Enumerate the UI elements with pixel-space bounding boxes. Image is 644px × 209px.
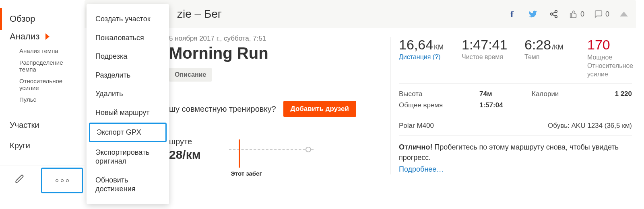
row-elapsed-key: Общее время — [399, 101, 443, 109]
shoes-label: Обувь: AKU 1234 (36,5 км) — [548, 122, 632, 130]
axis-label: Этот забег — [224, 170, 268, 177]
chevron-right-icon — [43, 33, 52, 41]
kudos-button[interactable]: 0 — [564, 10, 589, 18]
comments-button[interactable]: 0 — [589, 10, 614, 18]
row-elev-key: Высота — [399, 90, 422, 98]
stat-distance: 16,64КМ Дистанция (?) — [399, 37, 451, 78]
row-cal-val: 1 220 — [615, 90, 632, 98]
row-cal-key: Калории — [532, 90, 559, 98]
dd-create-segment[interactable]: Создать участок — [87, 10, 169, 29]
sidebar-item-overview[interactable]: Обзор — [0, 8, 85, 30]
device-name: Polar M400 — [399, 122, 434, 130]
kudos-count: 0 — [580, 10, 584, 18]
sidebar-item-analysis[interactable]: Анализ — [0, 30, 85, 45]
dd-new-route[interactable]: Новый маршрут — [87, 103, 169, 122]
dd-export-gpx[interactable]: Экспорт GPX — [89, 123, 167, 142]
svg-point-0 — [555, 10, 557, 13]
route-label: шруте — [169, 137, 201, 146]
dd-delete[interactable]: Удалить — [87, 84, 169, 103]
dd-export-original[interactable]: Экспортировать оригинал — [87, 143, 169, 171]
stat-moving-time: 1:47:41 Чистое время — [462, 37, 514, 78]
dd-split[interactable]: Разделить — [87, 66, 169, 85]
svg-line-3 — [553, 14, 555, 16]
sidebar-item-laps[interactable]: Круги — [0, 135, 85, 156]
current-effort-marker — [239, 139, 240, 168]
row-elapsed-val: 1:57:04 — [479, 101, 503, 109]
share-icon — [549, 10, 558, 18]
more-icon — [56, 179, 69, 182]
comment-icon — [594, 10, 603, 18]
sidebar-item-label: Участки — [10, 121, 39, 130]
row-elev-val: 74м — [479, 90, 492, 98]
edit-button[interactable] — [0, 166, 39, 192]
actions-dropdown: Создать участок Пожаловаться Подрезка Ра… — [87, 4, 169, 204]
comments-count: 0 — [605, 10, 609, 18]
effort-axis: Этот забег — [229, 137, 314, 177]
share-facebook-button[interactable]: f — [502, 6, 522, 22]
sidebar-item-label: Анализ — [10, 31, 39, 42]
dd-flag[interactable]: Пожаловаться — [87, 29, 169, 47]
add-friends-button[interactable]: Добавить друзей — [283, 101, 356, 117]
sidebar-sub-pace[interactable]: Анализ темпа — [0, 45, 85, 57]
sidebar-item-label: Обзор — [10, 14, 35, 24]
more-actions-button[interactable] — [41, 168, 83, 193]
sidebar-sub-effort[interactable]: Относительное усилие — [0, 75, 85, 94]
svg-point-2 — [555, 16, 557, 18]
stat-pace: 6:28/КМ Темп — [524, 37, 577, 78]
facebook-icon: f — [510, 9, 514, 20]
svg-point-1 — [551, 13, 553, 15]
stat-relative-effort: 170 Мощное Относительное усилие — [587, 37, 640, 78]
sidebar-item-segments[interactable]: Участки — [0, 115, 85, 135]
together-prompt: шу совместную тренировку? — [169, 104, 276, 114]
add-description-button[interactable]: Описание — [169, 68, 212, 82]
dd-crop[interactable]: Подрезка — [87, 47, 169, 66]
twitter-icon — [528, 10, 538, 18]
sidebar: Обзор Анализ Анализ темпа Распределение … — [0, 0, 85, 209]
route-pace: 28/км — [169, 148, 201, 162]
svg-line-4 — [553, 12, 555, 14]
distance-label-link[interactable]: Дистанция (?) — [399, 53, 440, 60]
sidebar-sub-pulse[interactable]: Пульс — [0, 94, 85, 105]
sidebar-sub-distribution[interactable]: Распределение темпа — [0, 57, 85, 75]
sidebar-item-label: Круги — [10, 141, 30, 150]
dd-refresh-achievements[interactable]: Обновить достижения — [87, 171, 169, 199]
pencil-icon — [15, 174, 25, 184]
callout-more-link[interactable]: Подробнее… — [399, 164, 444, 174]
stats-panel: 16,64КМ Дистанция (?) 1:47:41 Чистое вре… — [390, 37, 632, 174]
collapse-icon[interactable] — [620, 12, 628, 16]
matched-route-callout: Отлично! Пробегитесь по этому маршруту с… — [399, 135, 632, 174]
share-twitter-button[interactable] — [522, 6, 543, 22]
thumbs-up-icon — [569, 10, 578, 18]
share-generic-button[interactable] — [543, 6, 564, 22]
